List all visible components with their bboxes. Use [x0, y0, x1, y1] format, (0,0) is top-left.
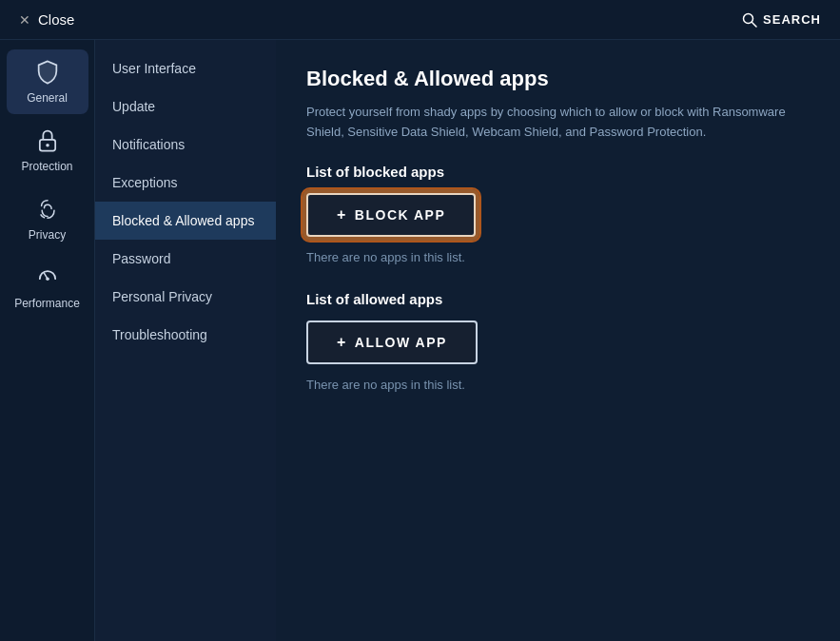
allow-app-plus-icon: +	[337, 334, 347, 351]
search-button[interactable]: SEARCH	[742, 12, 821, 28]
sidebar-item-privacy[interactable]: Privacy	[7, 186, 88, 251]
svg-line-5	[44, 273, 48, 279]
gauge-icon	[34, 264, 61, 291]
sidebar-label-general: General	[27, 91, 68, 105]
search-label: SEARCH	[763, 12, 821, 27]
mid-nav-troubleshooting[interactable]: Troubleshooting	[95, 316, 276, 354]
block-app-button[interactable]: + BLOCK APP	[306, 193, 476, 237]
mid-nav: User Interface Update Notifications Exce…	[95, 40, 276, 641]
sidebar-item-general[interactable]: General	[7, 49, 88, 114]
fingerprint-icon	[34, 196, 61, 223]
lock-icon	[34, 127, 61, 154]
mid-nav-blocked-allowed[interactable]: Blocked & Allowed apps	[95, 202, 276, 240]
shield-icon	[34, 59, 61, 86]
sidebar-item-performance[interactable]: Performance	[7, 255, 88, 320]
close-label: Close	[38, 11, 74, 28]
allowed-section-title: List of allowed apps	[306, 291, 810, 307]
search-icon	[742, 12, 757, 28]
left-nav: General Protection Privacy Performa	[0, 40, 95, 641]
allow-app-button[interactable]: + ALLOW APP	[306, 320, 478, 364]
close-icon: ✕	[19, 12, 30, 28]
sidebar-item-protection[interactable]: Protection	[7, 118, 88, 183]
mid-nav-notifications[interactable]: Notifications	[95, 126, 276, 164]
blocked-apps-section: List of blocked apps + BLOCK APP There a…	[306, 164, 810, 264]
blocked-section-title: List of blocked apps	[306, 164, 810, 180]
block-app-plus-icon: +	[337, 206, 347, 223]
svg-line-1	[752, 22, 757, 27]
svg-point-3	[46, 144, 49, 147]
close-button[interactable]: ✕ Close	[19, 11, 74, 28]
allowed-apps-section: List of allowed apps + ALLOW APP There a…	[306, 291, 810, 392]
top-bar: ✕ Close SEARCH	[0, 0, 840, 40]
mid-nav-personal-privacy[interactable]: Personal Privacy	[95, 278, 276, 316]
main-layout: General Protection Privacy Performa	[0, 40, 840, 641]
allowed-empty-text: There are no apps in this list.	[306, 378, 810, 392]
allow-app-label: ALLOW APP	[355, 335, 447, 350]
blocked-empty-text: There are no apps in this list.	[306, 250, 810, 264]
mid-nav-user-interface[interactable]: User Interface	[95, 49, 276, 87]
mid-nav-password[interactable]: Password	[95, 240, 276, 278]
sidebar-label-privacy: Privacy	[29, 228, 66, 242]
content-area: Blocked & Allowed apps Protect yourself …	[276, 40, 840, 641]
content-description: Protect yourself from shady apps by choo…	[306, 103, 801, 143]
mid-nav-exceptions[interactable]: Exceptions	[95, 164, 276, 202]
sidebar-label-protection: Protection	[21, 160, 72, 173]
mid-nav-update[interactable]: Update	[95, 87, 276, 126]
sidebar-label-performance: Performance	[14, 297, 80, 310]
page-title: Blocked & Allowed apps	[306, 67, 810, 91]
block-app-label: BLOCK APP	[355, 207, 445, 223]
